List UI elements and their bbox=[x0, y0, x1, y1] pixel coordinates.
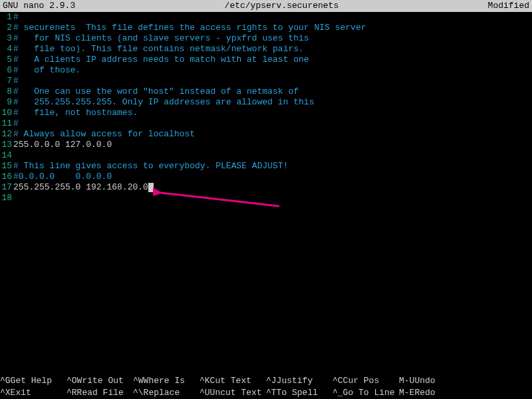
line-text[interactable]: # bbox=[13, 12, 532, 23]
line-text[interactable]: # for NIS clients (and slave servers - y… bbox=[13, 33, 532, 44]
line-text[interactable]: # This line gives access to everybody. P… bbox=[13, 161, 532, 172]
editor-line[interactable]: 1# bbox=[0, 12, 532, 23]
line-text[interactable]: # One can use the word "host" instead of… bbox=[13, 86, 532, 97]
shortcut-key: M-U bbox=[399, 375, 414, 387]
line-text[interactable]: # 255.255.255.255. Only IP addresses are… bbox=[13, 97, 532, 108]
shortcut-label: Replace bbox=[144, 387, 180, 399]
editor-area[interactable]: 1#2# securenets This file defines the ac… bbox=[0, 12, 532, 374]
shortcut-item[interactable]: ^R Read File bbox=[66, 387, 133, 399]
line-number: 2 bbox=[0, 23, 13, 33]
shortcut-key: ^T bbox=[266, 387, 277, 399]
line-text[interactable]: 255.255.255.0 192.168.20.0 bbox=[13, 182, 532, 193]
shortcut-key: ^X bbox=[0, 387, 11, 399]
line-text[interactable]: # A clients IP address needs to match wi… bbox=[13, 55, 532, 65]
shortcut-key: ^G bbox=[0, 375, 11, 387]
line-number: 13 bbox=[0, 140, 13, 150]
shortcut-item[interactable]: ^U Uncut Text bbox=[200, 387, 266, 399]
editor-line[interactable]: 6# of those. bbox=[0, 65, 532, 76]
line-text[interactable]: # file too). This file contains netmask/… bbox=[13, 44, 532, 55]
editor-line[interactable]: 5# A clients IP address needs to match w… bbox=[0, 55, 532, 65]
editor-line[interactable]: 2# securenets This file defines the acce… bbox=[0, 23, 532, 33]
line-text[interactable]: # file, not hostnames. bbox=[13, 108, 532, 118]
editor-line[interactable]: 9# 255.255.255.255. Only IP addresses ar… bbox=[0, 97, 532, 108]
shortcut-label: Cur Pos bbox=[343, 375, 380, 387]
line-text[interactable]: # of those. bbox=[13, 65, 532, 76]
shortcut-key: ^K bbox=[200, 375, 210, 387]
editor-line[interactable]: 18 bbox=[0, 193, 532, 203]
shortcut-bar: ^G Get Help ^O Write Out^W Where Is ^K C… bbox=[0, 375, 532, 399]
line-number: 1 bbox=[0, 12, 13, 23]
shortcut-label: Redo bbox=[414, 387, 435, 399]
editor-line[interactable]: 12# Always allow access for localhost bbox=[0, 129, 532, 140]
line-number: 7 bbox=[0, 76, 13, 86]
shortcut-item[interactable]: M-U Undo bbox=[399, 375, 452, 387]
shortcut-label: Undo bbox=[414, 375, 435, 387]
editor-line[interactable]: 16#0.0.0.0 0.0.0.0 bbox=[0, 172, 532, 182]
editor-line[interactable]: 13255.0.0.0 127.0.0.0 bbox=[0, 140, 532, 150]
editor-line[interactable]: 7# bbox=[0, 76, 532, 86]
shortcut-key: ^C bbox=[332, 375, 343, 387]
editor-line[interactable]: 11# bbox=[0, 118, 532, 129]
text-cursor bbox=[148, 183, 154, 192]
line-text[interactable]: # bbox=[13, 118, 532, 129]
line-number: 8 bbox=[0, 86, 13, 97]
shortcut-label: Exit bbox=[11, 387, 31, 399]
line-text[interactable]: #0.0.0.0 0.0.0.0 bbox=[13, 172, 532, 182]
shortcut-label: Cut Text bbox=[210, 375, 251, 387]
shortcut-label: Write Out bbox=[77, 375, 124, 387]
shortcut-label: Go To Line bbox=[343, 387, 395, 399]
editor-line[interactable]: 15# This line gives access to everybody.… bbox=[0, 161, 532, 172]
line-number: 12 bbox=[0, 129, 13, 140]
shortcut-key: ^U bbox=[200, 387, 210, 399]
line-number: 11 bbox=[0, 118, 13, 129]
shortcut-item[interactable]: ^K Cut Text bbox=[200, 375, 266, 387]
line-text[interactable]: # bbox=[13, 76, 532, 86]
shortcut-label: Uncut Text bbox=[210, 387, 262, 399]
editor-line[interactable]: 8# One can use the word "host" instead o… bbox=[0, 86, 532, 97]
shortcut-item[interactable]: ^_ Go To Line bbox=[332, 387, 399, 399]
shortcut-item[interactable]: M-E Redo bbox=[399, 387, 452, 399]
editor-line[interactable]: 17255.255.255.0 192.168.20.0 bbox=[0, 182, 532, 193]
title-bar: GNU nano 2.9.3 /etc/ypserv.securenets Mo… bbox=[0, 0, 532, 12]
editor-line[interactable]: 4# file too). This file contains netmask… bbox=[0, 44, 532, 55]
shortcut-item[interactable]: ^O Write Out bbox=[66, 375, 133, 387]
modified-status: Modified bbox=[488, 0, 532, 12]
line-number: 10 bbox=[0, 108, 13, 118]
line-text[interactable]: 255.0.0.0 127.0.0.0 bbox=[13, 140, 532, 150]
app-name: GNU nano 2.9.3 bbox=[0, 0, 75, 12]
shortcut-key: ^O bbox=[66, 375, 77, 387]
shortcut-key: ^_ bbox=[332, 387, 343, 399]
shortcut-item[interactable]: ^G Get Help bbox=[0, 375, 66, 387]
editor-line[interactable]: 14 bbox=[0, 150, 532, 161]
shortcut-label: Where Is bbox=[144, 375, 185, 387]
line-number: 15 bbox=[0, 161, 13, 172]
shortcut-item[interactable]: ^C Cur Pos bbox=[332, 375, 399, 387]
line-number: 5 bbox=[0, 55, 13, 65]
shortcut-key: ^R bbox=[66, 387, 77, 399]
shortcut-item[interactable]: ^T To Spell bbox=[266, 387, 332, 399]
editor-line[interactable]: 3# for NIS clients (and slave servers - … bbox=[0, 33, 532, 44]
line-text[interactable] bbox=[13, 150, 532, 161]
line-number: 14 bbox=[0, 150, 13, 161]
line-number: 17 bbox=[0, 182, 13, 193]
shortcut-item[interactable]: ^X Exit bbox=[0, 387, 66, 399]
shortcut-label: Get Help bbox=[11, 375, 52, 387]
shortcut-key: M-E bbox=[399, 387, 414, 399]
shortcut-label: Justify bbox=[277, 375, 313, 387]
shortcut-item[interactable]: ^\ Replace bbox=[133, 387, 200, 399]
shortcut-label: To Spell bbox=[277, 387, 318, 399]
line-number: 16 bbox=[0, 172, 13, 182]
shortcut-key: ^J bbox=[266, 375, 277, 387]
line-number: 6 bbox=[0, 65, 13, 76]
shortcut-item[interactable]: ^J Justify bbox=[266, 375, 332, 387]
line-number: 18 bbox=[0, 193, 13, 203]
shortcut-key: ^W bbox=[133, 375, 144, 387]
line-text[interactable] bbox=[13, 193, 532, 203]
editor-line[interactable]: 10# file, not hostnames. bbox=[0, 108, 532, 118]
line-text[interactable]: # Always allow access for localhost bbox=[13, 129, 532, 140]
line-number: 3 bbox=[0, 33, 13, 44]
line-number: 4 bbox=[0, 44, 13, 55]
line-text[interactable]: # securenets This file defines the acces… bbox=[13, 23, 532, 33]
shortcut-key: ^\ bbox=[133, 387, 144, 399]
shortcut-item[interactable]: ^W Where Is bbox=[133, 375, 200, 387]
